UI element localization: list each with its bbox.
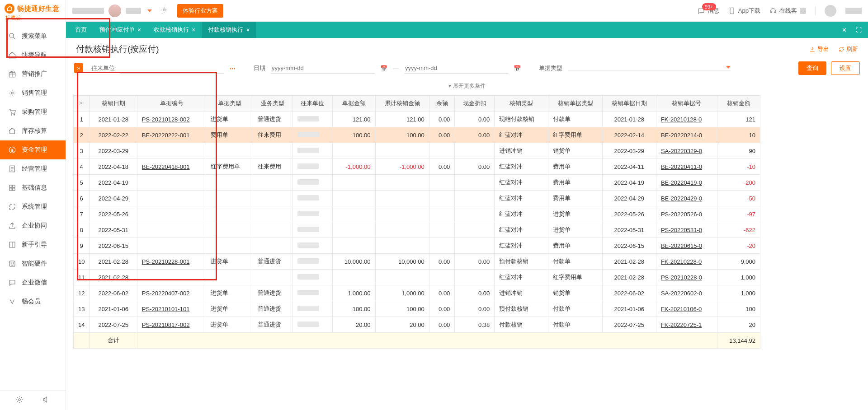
col-header-5[interactable]: 单据金额: [332, 96, 375, 112]
col-header-0[interactable]: 核销日期: [90, 96, 137, 112]
tab-1[interactable]: 预付冲应付单×: [93, 22, 147, 38]
col-header-12[interactable]: 核销单据号: [656, 96, 717, 112]
table-cell[interactable]: BE-20220411-0: [656, 159, 717, 175]
app-download-button[interactable]: App下载: [728, 7, 760, 15]
expand-more-conditions[interactable]: ▾展开更多条件: [66, 80, 868, 95]
user-avatar-small[interactable]: [825, 5, 836, 17]
sidebar-item-1[interactable]: 快捷导航: [0, 46, 66, 65]
calendar-from-icon[interactable]: 📅: [380, 65, 387, 72]
data-table-wrap[interactable]: 核销日期单据编号单据类型业务类型往来单位单据金额累计核销金额余额现金折扣核销类型…: [73, 95, 861, 349]
speaker-icon[interactable]: [42, 396, 50, 405]
col-header-1[interactable]: 单据编号: [137, 96, 206, 112]
doc-type-select[interactable]: [568, 66, 731, 70]
table-cell: [292, 127, 332, 143]
table-row[interactable]: 42022-04-18BE-20220418-001红字费用单往来费用-1,00…: [74, 159, 760, 175]
table-cell[interactable]: BE-20220418-001: [137, 159, 206, 175]
table-row[interactable]: 112021-02-28红蓝对冲红字费用单2021-02-28PS-202102…: [74, 270, 760, 285]
table-cell[interactable]: BE-20220419-0: [656, 175, 717, 191]
table-cell[interactable]: FK-20210106-0: [656, 301, 717, 317]
table-row[interactable]: 52022-04-19红蓝对冲费用单2022-04-19BE-20220419-…: [74, 175, 760, 191]
table-row[interactable]: 122022-06-02PS-20220407-002进货单普通进货1,000.…: [74, 285, 760, 301]
table-cell[interactable]: BE-20220214-0: [656, 127, 717, 143]
sidebar-item-11[interactable]: 新手引导: [0, 235, 66, 254]
table-row[interactable]: 82022-05-31红蓝对冲进货单2022-05-31PS-20220531-…: [74, 222, 760, 238]
tab-3[interactable]: 付款核销执行×: [202, 22, 256, 38]
table-cell[interactable]: FK-20220725-1: [656, 317, 717, 333]
col-header-2[interactable]: 单据类型: [206, 96, 253, 112]
col-header-7[interactable]: 余额: [429, 96, 455, 112]
table-cell[interactable]: PS-20220531-0: [656, 222, 717, 238]
sidebar-item-10[interactable]: 企业协同: [0, 216, 66, 235]
industry-plan-button[interactable]: 体验行业方案: [177, 4, 223, 18]
table-cell[interactable]: SA-20220329-0: [656, 143, 717, 159]
sidebar-item-3[interactable]: 销售管理: [0, 84, 66, 102]
table-cell[interactable]: SA-20220602-0: [656, 285, 717, 301]
table-row[interactable]: 92022-06-15红蓝对冲费用单2022-06-15BE-20220615-…: [74, 238, 760, 254]
table-settings-header[interactable]: [74, 96, 90, 112]
sidebar-item-13[interactable]: 企业微信: [0, 273, 66, 292]
table-row[interactable]: 12021-01-28PS-20210128-002进货单普通进货121.001…: [74, 112, 760, 127]
col-header-9[interactable]: 核销类型: [495, 96, 548, 112]
col-header-10[interactable]: 核销单据类型: [548, 96, 602, 112]
chevron-down-icon[interactable]: [147, 9, 152, 12]
table-row[interactable]: 62022-04-29红蓝对冲费用单2022-04-29BE-20220429-…: [74, 191, 760, 206]
partner-lookup-icon[interactable]: ⋯: [230, 65, 236, 72]
table-row[interactable]: 132021-01-06PS-20210101-101进货单普通进货100.00…: [74, 301, 760, 317]
sidebar-item-8[interactable]: 基础信息: [0, 178, 66, 197]
col-header-6[interactable]: 累计核销金额: [375, 96, 429, 112]
sidebar-item-5[interactable]: 库存核算: [0, 121, 66, 140]
table-row[interactable]: 32022-03-29进销冲销销货单2022-03-29SA-20220329-…: [74, 143, 760, 159]
table-cell[interactable]: BE-20220222-001: [137, 127, 206, 143]
table-cell[interactable]: PS-20210228-0: [656, 270, 717, 285]
calendar-to-icon[interactable]: 📅: [514, 65, 521, 72]
table-cell[interactable]: BE-20220615-0: [656, 238, 717, 254]
table-cell: 进货单: [206, 112, 253, 127]
sidebar-item-9[interactable]: 系统管理: [0, 197, 66, 216]
date-from-input[interactable]: [271, 63, 375, 74]
sidebar-item-14[interactable]: 畅会员: [0, 292, 66, 311]
tab-2[interactable]: 收款核销执行×: [147, 22, 202, 38]
table-cell[interactable]: FK-20210128-0: [656, 112, 717, 127]
gear-icon[interactable]: [15, 396, 24, 405]
table-row[interactable]: 72022-05-26红蓝对冲进货单2022-05-26PS-20220526-…: [74, 206, 760, 222]
tab-close-icon[interactable]: ×: [137, 22, 141, 38]
sidebar-item-2[interactable]: 营销推广: [0, 65, 66, 84]
tab-close-icon[interactable]: ×: [192, 22, 195, 38]
online-service-button[interactable]: 在线客: [769, 7, 806, 15]
sidebar-item-7[interactable]: 经营管理: [0, 159, 66, 178]
sidebar-item-0[interactable]: 搜索菜单: [0, 27, 66, 46]
sidebar-item-12[interactable]: 智能硬件: [0, 254, 66, 273]
table-cell[interactable]: PS-20210101-101: [137, 301, 206, 317]
partner-input[interactable]: [120, 63, 224, 74]
col-header-11[interactable]: 核销单据日期: [602, 96, 656, 112]
col-header-3[interactable]: 业务类型: [253, 96, 292, 112]
query-button[interactable]: 查询: [798, 61, 826, 75]
close-all-tabs-icon[interactable]: ✕: [839, 25, 849, 35]
sidebar-item-6[interactable]: 资金管理: [0, 140, 66, 159]
refresh-button[interactable]: 刷新: [838, 45, 858, 53]
table-cell[interactable]: PS-20210817-002: [137, 317, 206, 333]
settings-button[interactable]: 设置: [831, 61, 860, 75]
expand-icon[interactable]: ⛶: [854, 25, 863, 35]
tab-0[interactable]: 首页: [69, 22, 93, 38]
expand-filters-icon[interactable]: »: [74, 63, 83, 73]
table-cell[interactable]: PS-20210228-001: [137, 254, 206, 270]
table-cell[interactable]: FK-20210228-0: [656, 254, 717, 270]
col-header-8[interactable]: 现金折扣: [455, 96, 495, 112]
col-header-13[interactable]: 核销金额: [717, 96, 760, 112]
avatar[interactable]: [108, 5, 121, 17]
table-row[interactable]: 142022-07-25PS-20210817-002进货单普通进货20.002…: [74, 317, 760, 333]
settings-icon[interactable]: [160, 6, 168, 15]
tab-close-icon[interactable]: ×: [246, 22, 250, 38]
table-row[interactable]: 22022-02-22BE-20220222-001费用单往来费用100.001…: [74, 127, 760, 143]
table-cell[interactable]: PS-20220407-002: [137, 285, 206, 301]
date-to-input[interactable]: [404, 63, 508, 74]
col-header-4[interactable]: 往来单位: [292, 96, 332, 112]
messages-button[interactable]: 99+ 消息: [698, 7, 719, 15]
table-cell[interactable]: PS-20220526-0: [656, 206, 717, 222]
table-cell[interactable]: BE-20220429-0: [656, 191, 717, 206]
table-row[interactable]: 102021-02-28PS-20210228-001进货单普通进货10,000…: [74, 254, 760, 270]
sidebar-item-4[interactable]: 采购管理: [0, 102, 66, 121]
table-cell[interactable]: PS-20210128-002: [137, 112, 206, 127]
export-button[interactable]: 导出: [809, 45, 829, 53]
